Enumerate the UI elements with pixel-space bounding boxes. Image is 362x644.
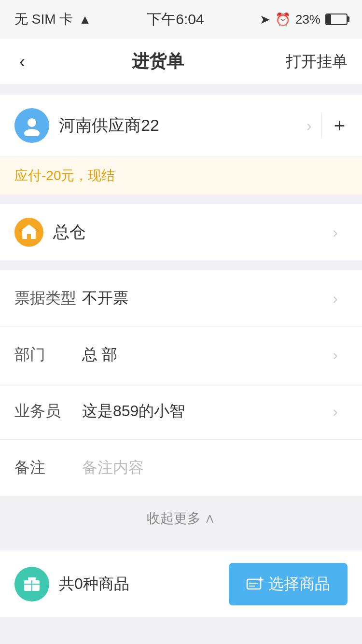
chevron-right-icon: ›	[333, 403, 338, 420]
location-icon: ➤	[260, 12, 270, 27]
svg-point-1	[24, 129, 40, 136]
battery-icon	[325, 14, 348, 25]
svg-marker-3	[21, 224, 37, 230]
supplier-avatar	[14, 108, 49, 143]
svg-rect-4	[27, 234, 31, 239]
page-title: 进货单	[132, 50, 184, 73]
status-bar: 无 SIM 卡 ▲ 下午6:04 ➤ ⏰ 23%	[0, 0, 362, 39]
status-time: 下午6:04	[147, 10, 204, 29]
collapse-label: 收起更多 ∧	[147, 511, 216, 526]
supplier-name: 河南供应商22	[59, 114, 306, 137]
bottom-bar: 共0种商品 选择商品	[0, 551, 362, 617]
invoice-label: 票据类型	[14, 288, 82, 309]
form-section: 票据类型 不开票 › 部门 总 部 › 业务员 这是859的小智 › 备注 备注…	[0, 270, 362, 496]
add-supplier-button[interactable]: +	[332, 115, 348, 137]
salesperson-label: 业务员	[14, 401, 82, 422]
svg-rect-9	[247, 579, 261, 589]
warehouse-section: 总仓 ›	[0, 204, 362, 260]
collapse-toggle[interactable]: 收起更多 ∧	[0, 496, 362, 541]
alarm-icon: ⏰	[275, 12, 291, 27]
notice-text: 应付-20元，现结	[14, 168, 115, 183]
warehouse-icon	[14, 218, 43, 247]
nav-bar: ‹ 进货单 打开挂单	[0, 39, 362, 85]
back-button[interactable]: ‹	[14, 47, 30, 77]
form-row-department[interactable]: 部门 总 部 ›	[0, 326, 362, 383]
salesperson-value: 这是859的小智	[82, 401, 333, 422]
warehouse-name: 总仓	[53, 221, 333, 243]
wifi-icon: ▲	[79, 12, 91, 27]
invoice-value: 不开票	[82, 288, 333, 309]
chevron-right-icon: ›	[333, 346, 338, 364]
battery-percent: 23%	[295, 12, 320, 27]
status-right: ➤ ⏰ 23%	[260, 12, 348, 27]
form-row-invoice[interactable]: 票据类型 不开票 ›	[0, 270, 362, 326]
department-value: 总 部	[82, 344, 333, 365]
form-row-remark[interactable]: 备注 备注内容	[0, 439, 362, 496]
chevron-right-icon: ›	[333, 224, 338, 241]
remark-value: 备注内容	[82, 457, 348, 478]
vertical-divider	[321, 113, 322, 138]
department-label: 部门	[14, 344, 82, 365]
form-row-salesperson[interactable]: 业务员 这是859的小智 ›	[0, 383, 362, 439]
remark-label: 备注	[14, 457, 82, 478]
status-carrier: 无 SIM 卡 ▲	[14, 10, 91, 28]
svg-point-0	[28, 118, 36, 127]
chevron-right-icon: ›	[306, 117, 312, 135]
supplier-row[interactable]: 河南供应商22 › +	[0, 95, 362, 157]
select-product-label: 选择商品	[268, 574, 330, 595]
content-area: 河南供应商22 › + 应付-20元，现结 总仓 ›	[0, 95, 362, 617]
notice-banner: 应付-20元，现结	[0, 157, 362, 195]
open-pending-button[interactable]: 打开挂单	[286, 51, 348, 72]
product-count: 共0种商品	[59, 574, 229, 595]
chevron-right-icon: ›	[333, 290, 338, 308]
supplier-section: 河南供应商22 › + 应付-20元，现结	[0, 95, 362, 195]
warehouse-row[interactable]: 总仓 ›	[0, 204, 362, 260]
select-product-button[interactable]: 选择商品	[229, 563, 348, 605]
product-icon	[14, 567, 49, 602]
supplier-actions: › +	[306, 113, 348, 138]
